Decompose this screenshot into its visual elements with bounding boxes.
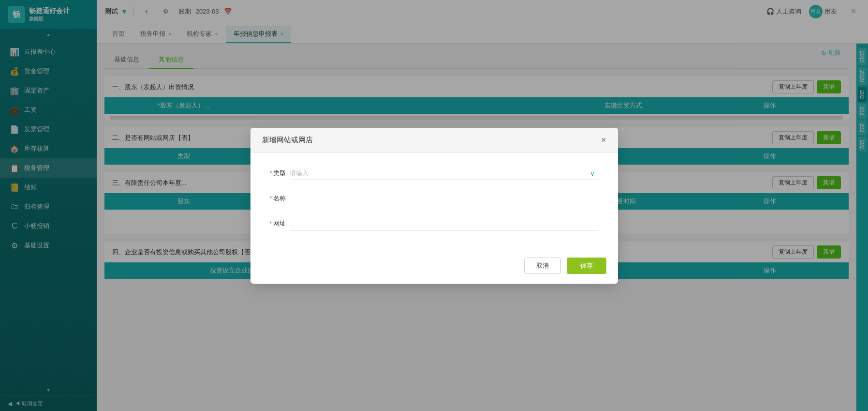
save-button[interactable]: 保存 xyxy=(567,258,606,274)
modal-header: 新增网站或网店 × xyxy=(250,128,618,153)
cancel-button[interactable]: 取消 xyxy=(524,258,561,274)
name-required-mark: * xyxy=(270,195,272,202)
form-row-type: * 类型 ∨ xyxy=(270,167,599,180)
form-row-url: * 网址 xyxy=(270,217,599,230)
modal-title: 新增网站或网店 xyxy=(262,136,313,145)
url-input[interactable] xyxy=(290,217,599,230)
url-required-mark: * xyxy=(270,220,272,227)
modal-footer: 取消 保存 xyxy=(250,252,618,284)
add-website-modal: 新增网站或网店 × * 类型 ∨ * 名称 xyxy=(250,128,618,284)
modal-overlay[interactable]: 新增网站或网店 × * 类型 ∨ * 名称 xyxy=(0,0,868,411)
form-row-name: * 名称 xyxy=(270,192,599,205)
type-input-wrap: ∨ xyxy=(290,167,599,180)
name-input-wrap xyxy=(290,192,599,205)
name-input[interactable] xyxy=(290,192,599,205)
modal-close-button[interactable]: × xyxy=(601,136,606,144)
name-label: 名称 xyxy=(273,194,286,203)
type-input[interactable] xyxy=(290,167,599,180)
url-label: 网址 xyxy=(273,219,286,228)
modal-body: * 类型 ∨ * 名称 * 网址 xyxy=(250,153,618,252)
type-label: 类型 xyxy=(273,169,286,178)
url-input-wrap xyxy=(290,217,599,230)
type-required-mark: * xyxy=(270,169,272,177)
